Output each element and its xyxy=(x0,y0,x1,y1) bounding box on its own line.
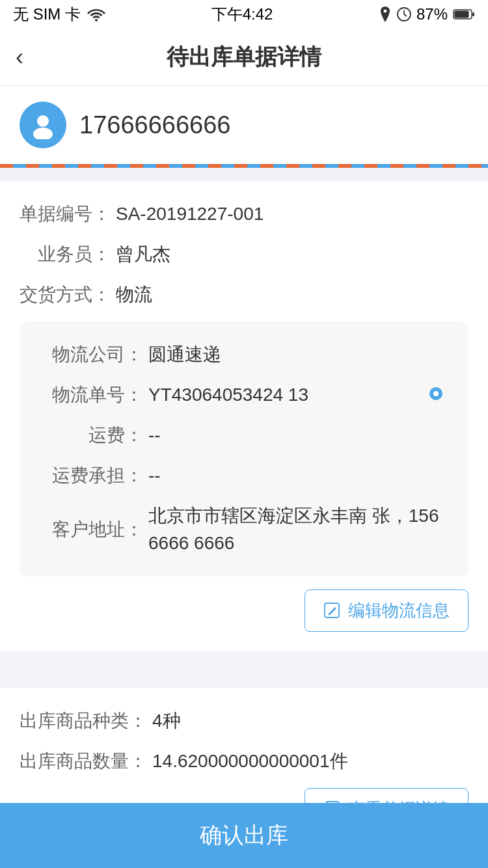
back-button[interactable]: ‹ xyxy=(16,44,23,71)
tracking-location-icon[interactable] xyxy=(423,382,449,408)
delivery-method-value: 物流 xyxy=(116,281,468,308)
goods-types-value: 4种 xyxy=(152,707,468,735)
nav-bar: ‹ 待出库单据详情 xyxy=(0,29,488,86)
edit-logistics-button[interactable]: 编辑物流信息 xyxy=(305,590,468,632)
logistics-company-label: 物流公司： xyxy=(39,341,143,368)
salesperson-value: 曾凡杰 xyxy=(116,241,468,268)
customer-header: 17666666666 xyxy=(0,86,488,164)
confirm-button[interactable]: 确认出库 xyxy=(200,821,288,850)
goods-quantity-label: 出库商品数量： xyxy=(20,748,147,775)
clock-icon xyxy=(397,7,411,21)
address-row: 客户地址： 北京市市辖区海淀区永丰南 张，156 6666 6666 xyxy=(39,502,449,557)
edit-logistics-section: 编辑物流信息 xyxy=(20,590,468,632)
status-bar-right: 87% xyxy=(379,5,475,23)
logistics-tracking-row: 物流单号： YT43064053424 13 xyxy=(39,381,449,409)
freight-label: 运费： xyxy=(39,422,143,449)
delivery-method-label: 交货方式： xyxy=(20,281,111,308)
section-divider xyxy=(0,664,488,675)
freight-bearer-label: 运费承担： xyxy=(39,462,143,489)
svg-point-7 xyxy=(33,128,53,139)
freight-bearer-value: -- xyxy=(148,462,449,489)
svg-rect-5 xyxy=(472,12,474,16)
svg-rect-4 xyxy=(455,11,469,18)
delivery-method-row: 交货方式： 物流 xyxy=(20,281,468,308)
location-nav-icon xyxy=(379,7,392,22)
address-label: 客户地址： xyxy=(39,516,143,543)
logistics-card: 物流公司： 圆通速递 物流单号： YT43064053424 13 运费： --… xyxy=(20,321,468,576)
basic-info-section: 单据编号： SA-20191227-001 业务员： 曾凡杰 交货方式： 物流 … xyxy=(0,181,488,651)
battery-icon xyxy=(453,8,475,20)
status-bar-left: 无 SIM 卡 xyxy=(13,4,105,25)
confirm-bar: 确认出库 xyxy=(0,803,488,868)
logistics-company-row: 物流公司： 圆通速递 xyxy=(39,341,449,368)
wifi-icon xyxy=(87,7,105,21)
goods-types-row: 出库商品种类： 4种 xyxy=(20,707,468,735)
customer-phone: 17666666666 xyxy=(79,111,230,139)
document-number-row: 单据编号： SA-20191227-001 xyxy=(20,200,468,228)
document-number-value: SA-20191227-001 xyxy=(116,200,468,228)
dashed-separator xyxy=(0,164,488,168)
svg-line-2 xyxy=(404,14,407,16)
carrier-label: 无 SIM 卡 xyxy=(13,4,81,25)
logistics-tracking-value: YT43064053424 13 xyxy=(148,381,416,409)
battery-label: 87% xyxy=(416,5,448,23)
svg-point-6 xyxy=(37,115,49,127)
address-value: 北京市市辖区海淀区永丰南 张，156 6666 6666 xyxy=(148,502,449,557)
document-number-label: 单据编号： xyxy=(20,200,111,228)
freight-value: -- xyxy=(148,422,449,449)
goods-quantity-value: 14.620000000000001件 xyxy=(152,748,468,775)
logistics-tracking-label: 物流单号： xyxy=(39,381,143,409)
goods-quantity-row: 出库商品数量： 14.620000000000001件 xyxy=(20,748,468,775)
user-icon xyxy=(29,111,57,139)
freight-row: 运费： -- xyxy=(39,422,449,449)
status-bar: 无 SIM 卡 下午4:42 87% xyxy=(0,0,488,29)
freight-bearer-row: 运费承担： -- xyxy=(39,462,449,489)
customer-avatar xyxy=(20,102,66,148)
edit-icon xyxy=(323,602,342,620)
status-bar-time: 下午4:42 xyxy=(211,4,273,25)
salesperson-label: 业务员： xyxy=(20,241,111,268)
page-title: 待出库单据详情 xyxy=(167,42,321,72)
logistics-company-value: 圆通速递 xyxy=(148,341,449,368)
salesperson-row: 业务员： 曾凡杰 xyxy=(20,241,468,268)
goods-types-label: 出库商品种类： xyxy=(20,707,147,735)
